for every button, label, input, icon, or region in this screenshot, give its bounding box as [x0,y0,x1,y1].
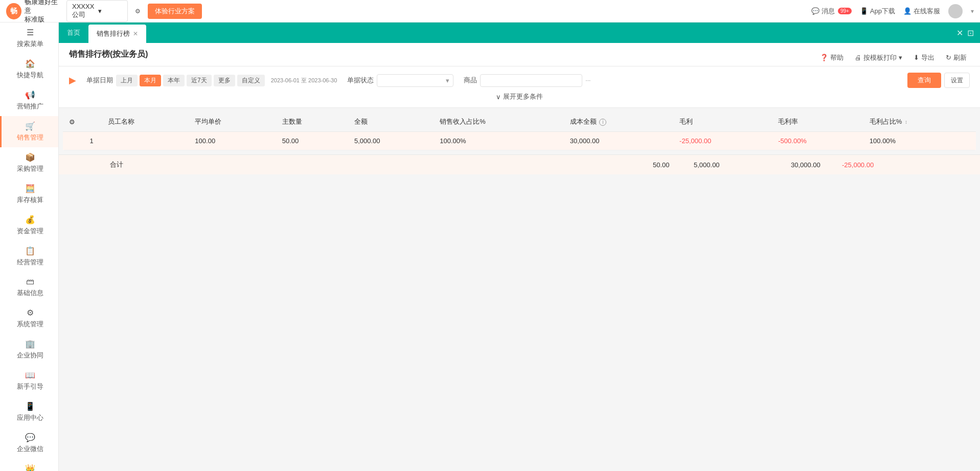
help-icon: ❓ [820,54,828,61]
tab-maximize-icon[interactable]: ⊡ [967,28,974,38]
sidebar-item-label: 应用中心 [17,413,43,422]
basic-info-icon: 🗃 [26,277,34,286]
this-month-btn[interactable]: 本月 [140,75,161,86]
sidebar-item-search[interactable]: ☰ 搜索菜单 [0,23,58,54]
row-cost-amount: 30,000.00 [564,132,673,150]
status-filter-label: 单据状态 [347,76,374,85]
sidebar-item-app-center[interactable]: 📱 应用中心 [0,396,58,428]
sidebar-item-collab[interactable]: 🏢 企业协同 [0,334,58,365]
footer-gross: -25,000.00 [836,161,882,169]
service-icon: 👤 [903,7,911,15]
sidebar-item-label: 营销推广 [17,102,43,111]
app-center-icon: 📱 [25,401,35,411]
page-header: 销售排行榜(按业务员) ❓ 帮助 🖨 按模板打印 ▾ ⬇ 导出 [59,43,980,66]
sidebar-item-member[interactable]: 👑 畅会员 [0,459,58,471]
th-gross-pct: 毛利占比% ↕ [863,112,976,132]
th-gross-rate: 毛利率 [772,112,863,132]
expand-conditions-button[interactable]: ∨ 展开更多条件 [69,92,970,101]
sidebar-item-system[interactable]: ⚙ 系统管理 [0,303,58,334]
company-selector[interactable]: XXXXX公司 ▾ [66,0,128,22]
sidebar-item-wechat[interactable]: 💬 企业微信 [0,428,58,459]
this-year-btn[interactable]: 本年 [163,75,185,86]
prev-month-btn[interactable]: 上月 [116,75,138,86]
sidebar-item-guide[interactable]: 📖 新手引导 [0,365,58,396]
sidebar-item-label: 销售管理 [17,133,43,142]
tab-close-icon[interactable]: ✕ [133,30,138,37]
sidebar-item-quick-nav[interactable]: 🏠 快捷导航 [0,54,58,85]
sidebar-item-purchase[interactable]: 📦 采购管理 [0,147,58,178]
finance-icon: 💰 [25,215,35,225]
row-settings [63,132,81,150]
sidebar-item-inventory[interactable]: 🧮 库存核算 [0,178,58,210]
sidebar-item-marketing[interactable]: 📢 营销推广 [0,85,58,116]
table-header-row: ⚙ 员工名称 平均单价 主数量 [63,112,976,132]
th-avg-price: 平均单价 [189,112,276,132]
app-download-button[interactable]: 📱 App下载 [860,7,895,16]
th-gross: 毛利 [673,112,772,132]
sales-ranking-tab-label: 销售排行榜 [97,29,130,38]
filter-expand-icon[interactable]: ▶ [69,75,76,86]
row-main-qty: 50.00 [276,132,348,150]
goods-input[interactable] [480,74,582,87]
sidebar-item-label: 经营管理 [17,258,43,267]
help-button[interactable]: ❓ 帮助 [817,51,847,64]
tabs-right-controls: ✕ ⊡ [956,28,980,38]
message-icon: 💬 [811,7,819,15]
export-icon: ⬇ [914,54,919,61]
wechat-icon: 💬 [25,433,35,442]
system-icon: ⚙ [27,308,34,318]
tab-sales-ranking[interactable]: 销售排行榜 ✕ [88,25,146,43]
table-row: 1 100.00 50.00 5,000.00 100.00% 30,000.0… [63,132,976,150]
sidebar-item-label: 新手引导 [17,382,43,391]
sidebar-item-sales[interactable]: 🛒 销售管理 [0,116,58,147]
page-content: 销售排行榜(按业务员) ❓ 帮助 🖨 按模板打印 ▾ ⬇ 导出 [59,43,980,471]
last-7days-btn[interactable]: 近7天 [187,75,212,86]
footer-cost-amount: 30,000.00 [785,161,836,169]
sidebar: ☰ 搜索菜单 🏠 快捷导航 📢 营销推广 🛒 销售管理 📦 采购管理 🧮 库存核… [0,23,59,471]
gross-pct-sort-icon[interactable]: ↕ [905,119,907,125]
custom-date-btn[interactable]: 自定义 [237,75,265,86]
top-bar: 畅 畅康通好生意 标准版 XXXXX公司 ▾ ⚙ 体验行业方案 💬 消息 99+… [0,0,980,23]
download-icon: 📱 [860,7,868,15]
sidebar-item-operations[interactable]: 📋 经营管理 [0,241,58,272]
print-button[interactable]: 🖨 按模板打印 ▾ [852,51,905,64]
more-date-btn[interactable]: 更多 [214,75,235,86]
online-service-button[interactable]: 👤 在线客服 [903,7,940,16]
query-button[interactable]: 查询 [907,73,941,88]
footer-total-label: 合计 [104,160,606,169]
message-button[interactable]: 💬 消息 99+ [811,7,852,16]
sidebar-item-basic-info[interactable]: 🗃 基础信息 [0,272,58,303]
status-filter: 单据状态 [347,74,453,87]
goods-filter-label: 商品 [464,76,477,85]
inventory-icon: 🧮 [25,184,35,193]
sales-icon: 🛒 [25,121,35,131]
home-tab-label: 首页 [67,28,80,37]
table-settings-button[interactable]: 设置 [944,73,970,88]
refresh-button[interactable]: ↻ 刷新 [943,51,970,64]
collab-icon: 🏢 [25,339,35,349]
date-filter-label: 单据日期 [86,76,113,85]
industry-button[interactable]: 体验行业方案 [148,4,202,19]
goods-more-btn[interactable]: ··· [585,77,590,84]
th-settings[interactable]: ⚙ [63,112,81,132]
status-select[interactable] [377,74,453,87]
sidebar-item-label: 系统管理 [17,320,43,329]
guide-icon: 📖 [25,370,35,380]
sidebar-item-finance[interactable]: 💰 资金管理 [0,210,58,241]
logo-icon: 畅 [6,3,21,19]
top-right: 💬 消息 99+ 📱 App下载 👤 在线客服 ▾ [811,4,974,18]
footer-amount: 5,000.00 [688,161,734,169]
tab-close-window-icon[interactable]: ✕ [956,28,963,38]
date-range-display: 2023-06-01 至 2023-06-30 [271,77,337,84]
settings-icon[interactable]: ⚙ [132,6,144,17]
avatar[interactable] [948,4,963,18]
sidebar-item-label: 资金管理 [17,227,43,236]
row-rank: 1 [81,132,102,150]
export-button[interactable]: ⬇ 导出 [910,51,938,64]
date-filter: 单据日期 上月 本月 本年 近7天 更多 自定义 2023-06-01 至 20… [86,75,337,86]
table-area: ⚙ 员工名称 平均单价 主数量 [63,112,976,150]
tab-home[interactable]: 首页 [59,23,88,43]
data-table: ⚙ 员工名称 平均单价 主数量 [63,112,976,150]
cost-info-icon[interactable]: i [599,119,606,126]
logo: 畅 畅康通好生意 标准版 [6,0,62,24]
